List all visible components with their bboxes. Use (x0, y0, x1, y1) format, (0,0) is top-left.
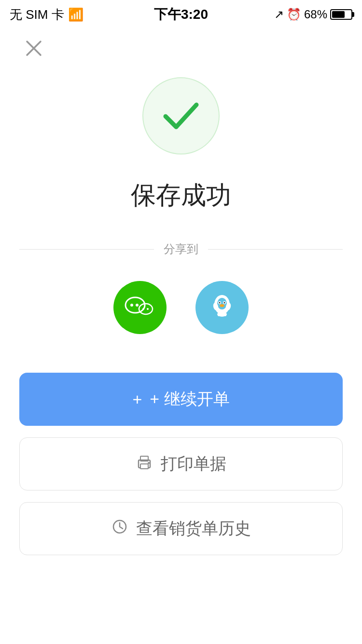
success-circle (142, 77, 220, 154)
svg-point-6 (142, 308, 144, 310)
svg-point-5 (139, 304, 153, 314)
history-label: 查看销货单历史 (136, 518, 251, 540)
battery-icon (330, 9, 352, 20)
svg-rect-18 (218, 313, 221, 316)
checkmark-icon (162, 99, 200, 133)
status-left: 无 SIM 卡 📶 (10, 6, 84, 23)
close-button[interactable] (19, 34, 48, 63)
share-divider: 分享到 (19, 241, 343, 257)
divider-right (208, 249, 343, 250)
action-buttons: + + 继续开单 打印单据 查看销货单历 (19, 373, 343, 555)
share-label: 分享到 (164, 241, 198, 257)
success-title: 保存成功 (131, 179, 231, 212)
wechat-icon (125, 294, 155, 321)
print-button[interactable]: 打印单据 (19, 437, 343, 490)
history-button[interactable]: 查看销货单历史 (19, 502, 343, 555)
printer-icon (136, 453, 153, 475)
svg-rect-21 (140, 464, 148, 469)
continue-label: + 继续开单 (150, 388, 229, 410)
no-sim-label: 无 SIM 卡 (10, 6, 64, 23)
svg-point-23 (148, 462, 150, 464)
main-content: 保存成功 分享到 (0, 29, 362, 555)
location-icon: ↗ (274, 8, 284, 21)
share-icons-row (113, 281, 249, 334)
svg-point-7 (147, 308, 149, 310)
wifi-icon: 📶 (68, 7, 84, 22)
share-section: 分享到 (19, 241, 343, 334)
qq-icon (209, 292, 235, 323)
history-icon (111, 518, 128, 539)
plus-icon: + (132, 390, 142, 409)
divider-left (19, 249, 154, 250)
svg-point-12 (219, 302, 221, 304)
close-icon (25, 40, 42, 57)
alarm-icon: ⏰ (287, 8, 301, 21)
svg-rect-19 (223, 313, 226, 316)
svg-point-3 (130, 304, 133, 307)
status-time: 下午3:20 (154, 5, 208, 24)
svg-point-13 (224, 302, 225, 304)
battery-percent: 68% (304, 8, 327, 21)
svg-point-14 (220, 304, 224, 307)
svg-point-4 (136, 304, 139, 307)
status-bar: 无 SIM 卡 📶 下午3:20 ↗ ⏰ 68% (0, 0, 362, 29)
continue-button[interactable]: + + 继续开单 (19, 373, 343, 426)
wechat-share-button[interactable] (113, 281, 167, 334)
status-right: ↗ ⏰ 68% (274, 8, 352, 21)
print-label: 打印单据 (161, 453, 226, 475)
qq-share-button[interactable] (195, 281, 249, 334)
